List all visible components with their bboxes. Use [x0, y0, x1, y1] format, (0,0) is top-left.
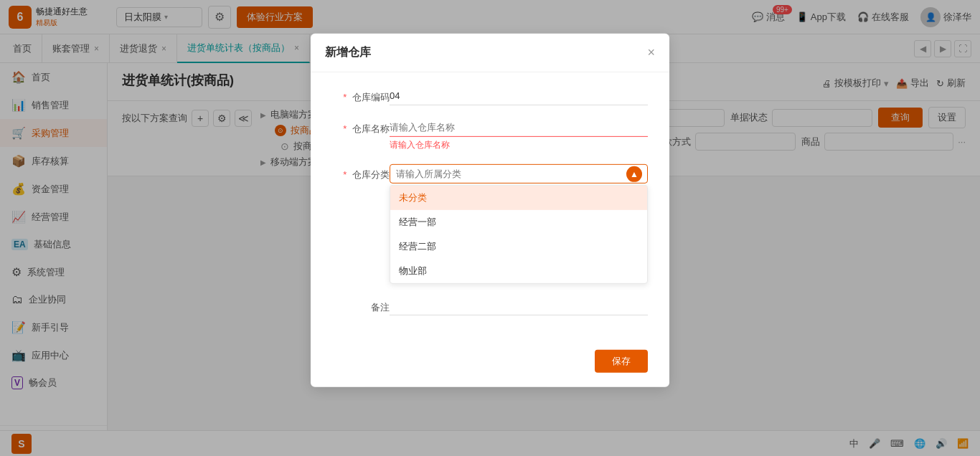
- category-dropdown-toggle[interactable]: ▲: [626, 166, 642, 181]
- modal-body: * 仓库编码 * 仓库名称 请输入仓库名称 * 仓库分类: [311, 72, 669, 343]
- category-dropdown-wrapper: ▲: [390, 164, 648, 184]
- category-dropdown-list: 未分类 经营一部 经营二部 物业部: [390, 185, 648, 284]
- notes-input[interactable]: [390, 297, 648, 315]
- notes-input-area: [390, 297, 648, 315]
- save-btn[interactable]: 保存: [595, 350, 648, 373]
- dropdown-option-1[interactable]: 经营一部: [390, 210, 647, 234]
- dropdown-option-2[interactable]: 经营二部: [390, 234, 647, 259]
- modal-footer: 保存: [311, 343, 669, 387]
- modal-title: 新增仓库: [325, 45, 371, 60]
- code-input-area: [390, 87, 648, 105]
- code-form-row: * 仓库编码: [332, 87, 648, 105]
- code-input[interactable]: [390, 87, 648, 105]
- name-input[interactable]: [390, 118, 648, 137]
- name-form-row: * 仓库名称 请输入仓库名称: [332, 118, 648, 151]
- category-form-row: * 仓库分类 ▲ 未分类 经营一部 经营二部 物业部: [332, 164, 648, 284]
- name-label: * 仓库名称: [332, 118, 390, 136]
- add-warehouse-modal: 新增仓库 × * 仓库编码 * 仓库名称 请输入仓库名称: [311, 34, 669, 387]
- notes-form-row: 备注: [332, 297, 648, 315]
- name-input-area: 请输入仓库名称: [390, 118, 648, 151]
- category-label: * 仓库分类: [332, 164, 390, 181]
- name-error-msg: 请输入仓库名称: [390, 139, 648, 151]
- notes-label: 备注: [332, 297, 390, 314]
- dropdown-option-3[interactable]: 物业部: [390, 259, 647, 283]
- code-label: * 仓库编码: [332, 87, 390, 104]
- modal-header: 新增仓库 ×: [311, 34, 669, 72]
- category-input[interactable]: [390, 164, 648, 184]
- category-input-area: ▲ 未分类 经营一部 经营二部 物业部: [390, 164, 648, 284]
- modal-close-btn[interactable]: ×: [647, 45, 655, 60]
- dropdown-option-0[interactable]: 未分类: [390, 186, 647, 210]
